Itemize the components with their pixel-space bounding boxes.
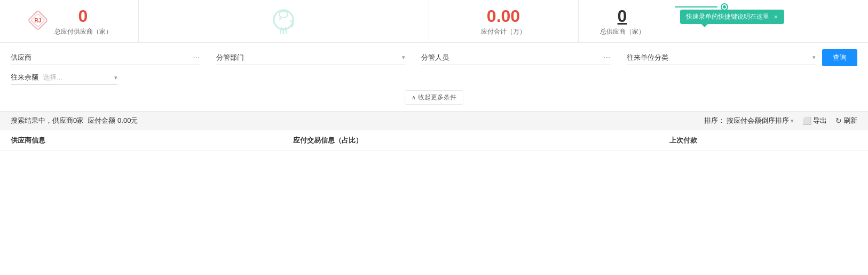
search-prefix: 搜索结果中，: [11, 116, 52, 124]
dept-arrow-icon: ▾: [402, 54, 405, 61]
total-suppliers-number: 0: [618, 6, 627, 26]
results-bar: 搜索结果中，供应商0家 应付金额 0.00元 排序： 按应付会额倒序排序 ▾ ⬜…: [0, 112, 868, 130]
balance-label: 往来余额: [11, 73, 38, 82]
balance-arrow-icon: ▾: [114, 74, 117, 81]
export-button[interactable]: ⬜ 导出: [802, 116, 827, 125]
person-label: 分管人员: [421, 53, 449, 62]
supplier-label: 供应商: [11, 53, 37, 62]
svg-point-5: [279, 18, 281, 20]
results-info: 搜索结果中，供应商0家 应付金额 0.00元: [11, 116, 138, 125]
dept-filter: 分管部门 ▾: [216, 51, 406, 65]
sort-option-label: 按应付会额倒序排序: [727, 116, 789, 125]
tooltip-text: 快速录单的快捷键说明在这里: [686, 12, 769, 21]
sort-arrow-icon: ▾: [791, 117, 794, 124]
unit-class-label: 往来单位分类: [627, 53, 668, 62]
amount-label: 应付金额 0.00元: [88, 116, 138, 124]
unit-class-filter: 往来单位分类 ▾: [627, 51, 816, 65]
table-body: [0, 151, 868, 275]
tooltip-line: [675, 6, 717, 7]
stats-bar: RJ 0 总应付供应商（家） 0.00 应付合计（万） 0 总供应商（: [0, 0, 868, 43]
query-button[interactable]: 查询: [822, 49, 857, 66]
sort-label: 排序：: [704, 116, 725, 125]
payable-total-label: 应付合计（万）: [481, 27, 526, 36]
total-payable-suppliers-label: 总应付供应商（家）: [54, 27, 112, 36]
total-suppliers-label: 总供应商（家）: [600, 27, 645, 36]
collapse-label: 收起更多条件: [418, 93, 456, 102]
piggy-bank-icon: [266, 4, 301, 38]
table-area: 供应商信息 应付交易信息（占比） 上次付款: [0, 130, 868, 275]
supplier-more-icon[interactable]: ···: [193, 53, 200, 62]
collapse-button[interactable]: ∧ 收起更多条件: [405, 90, 463, 105]
total-suppliers-section: 0 总供应商（家） 快速录单的快捷键说明在这里 ×: [579, 0, 869, 42]
supplier-input[interactable]: [42, 53, 191, 61]
unit-class-input[interactable]: [673, 53, 811, 61]
dept-label: 分管部门: [216, 53, 244, 62]
filter-row-2: 往来余额 选择... ▾: [11, 70, 857, 85]
shortcut-tooltip: 快速录单的快捷键说明在这里 ×: [675, 4, 727, 10]
svg-point-3: [274, 10, 293, 29]
tooltip-close-button[interactable]: ×: [774, 13, 778, 21]
svg-text:RJ: RJ: [34, 18, 41, 23]
person-input[interactable]: [453, 53, 601, 61]
refresh-label: 刷新: [843, 116, 857, 125]
supplier-count: 供应商0家: [52, 116, 84, 124]
table-col-transaction-info: 应付交易信息（占比）: [293, 136, 669, 145]
balance-placeholder: 选择...: [43, 73, 112, 82]
refresh-button[interactable]: ↻ 刷新: [835, 116, 857, 125]
filter-row-1: 供应商 ··· 分管部门 ▾ 分管人员 ··· 往来单位分类 ▾ 查询: [11, 49, 857, 66]
sort-selector[interactable]: 排序： 按应付会额倒序排序 ▾: [704, 116, 794, 125]
diamond-logo-icon: RJ: [27, 9, 49, 33]
piggy-icon-area: [139, 0, 429, 42]
export-icon: ⬜: [802, 116, 811, 125]
table-col-supplier-info: 供应商信息: [11, 136, 293, 145]
tooltip-bubble: 快速录单的快捷键说明在这里 ×: [680, 10, 784, 24]
tooltip-dot: [722, 4, 727, 10]
table-header: 供应商信息 应付交易信息（占比） 上次付款: [0, 130, 868, 151]
collapse-up-icon: ∧: [412, 94, 416, 101]
table-col-last-payment: 上次付款: [669, 136, 857, 145]
total-suppliers-stat: 0 总供应商（家）: [579, 1, 666, 42]
payable-total-number: 0.00: [487, 6, 520, 26]
dept-input[interactable]: [248, 53, 400, 61]
total-payable-suppliers-number: 0: [78, 6, 88, 26]
balance-filter: 往来余额 选择... ▾: [11, 70, 117, 85]
total-payable-suppliers-stat: RJ 0 总应付供应商（家）: [0, 0, 139, 42]
svg-point-4: [279, 11, 288, 18]
person-more-icon[interactable]: ···: [603, 53, 610, 62]
supplier-filter: 供应商 ···: [11, 51, 200, 65]
unit-class-arrow-icon: ▾: [812, 54, 816, 61]
person-filter: 分管人员 ···: [421, 51, 611, 65]
payable-total-stat: 0.00 应付合计（万）: [429, 0, 579, 42]
refresh-icon: ↻: [835, 116, 842, 125]
filter-area: 供应商 ··· 分管部门 ▾ 分管人员 ··· 往来单位分类 ▾ 查询 往来余额…: [0, 43, 868, 112]
export-label: 导出: [813, 116, 827, 125]
results-actions: 排序： 按应付会额倒序排序 ▾ ⬜ 导出 ↻ 刷新: [704, 116, 857, 125]
